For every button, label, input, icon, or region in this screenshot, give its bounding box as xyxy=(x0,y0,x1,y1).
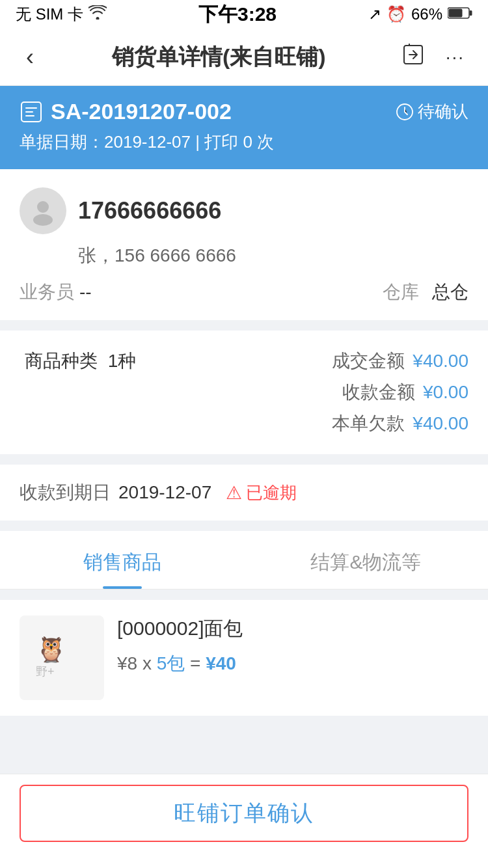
warehouse-item: 仓库 总仓 xyxy=(383,280,468,305)
battery-icon xyxy=(448,5,472,23)
status-bar: 无 SIM 卡 下午3:28 ↗ ⏰ 66% xyxy=(0,0,488,29)
svg-rect-1 xyxy=(448,9,462,18)
svg-rect-2 xyxy=(469,10,472,16)
customer-meta: 业务员 -- 仓库 总仓 xyxy=(20,280,468,305)
product-unit-price: ¥8 x xyxy=(117,653,157,673)
product-total: ¥40 xyxy=(206,653,236,673)
product-info: [0000002]面包 ¥8 x 5包 = ¥40 xyxy=(117,616,468,676)
summary-row: 商品种类 1种 成交金额 ¥40.00 收款金额 ¥0.00 本单欠款 ¥40.… xyxy=(20,349,468,436)
alarm-icon: ⏰ xyxy=(386,5,406,23)
tab-products[interactable]: 销售商品 xyxy=(0,531,244,589)
product-equals: = xyxy=(185,653,206,673)
svg-point-6 xyxy=(37,201,49,213)
payment-amount-label: 收款金额 xyxy=(342,380,415,405)
debt-amount-value: ¥40.00 xyxy=(413,413,468,434)
bottom-bar: 旺铺订单确认 xyxy=(0,774,488,868)
due-date: 2019-12-07 xyxy=(118,482,211,503)
debt-amount-label: 本单欠款 xyxy=(332,411,405,436)
debt-amount-row: 本单欠款 ¥40.00 xyxy=(332,411,468,436)
avatar xyxy=(20,187,66,234)
tab-settlement[interactable]: 结算&物流等 xyxy=(244,531,488,589)
due-section: 收款到期日 2019-12-07 ⚠ 已逾期 xyxy=(0,465,488,521)
product-kinds-row: 商品种类 1种 xyxy=(20,349,136,373)
deal-amount-row: 成交金额 ¥40.00 xyxy=(332,349,468,373)
sales-rep-value: -- xyxy=(79,282,92,303)
order-number: SA-20191207-002 xyxy=(20,99,232,124)
battery-text: 66% xyxy=(411,5,442,23)
svg-point-7 xyxy=(33,214,53,226)
confirm-button[interactable]: 旺铺订单确认 xyxy=(20,785,468,842)
nav-bar: ‹ 销货单详情(来自旺铺) ··· xyxy=(0,29,488,86)
status-left: 无 SIM 卡 xyxy=(16,4,107,25)
overdue-label: 已逾期 xyxy=(246,481,297,504)
back-button[interactable]: ‹ xyxy=(20,37,40,77)
customer-name: 张，156 6666 6666 xyxy=(20,243,468,268)
nav-actions: ··· xyxy=(398,39,468,75)
warning-icon: ⚠ xyxy=(226,482,242,504)
warehouse-value: 总仓 xyxy=(432,280,468,305)
order-header-card: SA-20191207-002 待确认 单据日期：2019-12-07 | 打印… xyxy=(0,86,488,169)
summary-section: 商品种类 1种 成交金额 ¥40.00 收款金额 ¥0.00 本单欠款 ¥40.… xyxy=(0,331,488,454)
product-thumbnail: 🦉 野+ xyxy=(20,616,104,700)
carrier-text: 无 SIM 卡 xyxy=(16,4,83,25)
product-code: [0000002] xyxy=(117,617,204,639)
page-title: 销货单详情(来自旺铺) xyxy=(40,42,398,72)
product-name: [0000002]面包 xyxy=(117,616,468,642)
order-status: 待确认 xyxy=(396,100,468,123)
deal-amount-value: ¥40.00 xyxy=(413,351,468,372)
payment-amount-value: ¥0.00 xyxy=(423,382,468,403)
export-icon[interactable] xyxy=(398,39,429,75)
svg-text:🦉: 🦉 xyxy=(36,635,67,664)
deal-amount-label: 成交金额 xyxy=(332,349,405,373)
product-item: 🦉 野+ [0000002]面包 ¥8 x 5包 = ¥40 xyxy=(0,600,488,716)
due-label: 收款到期日 xyxy=(20,480,111,505)
sales-rep-label: 业务员 xyxy=(20,280,74,305)
product-title: 面包 xyxy=(204,617,243,639)
product-kinds-value: 1种 xyxy=(108,351,137,371)
warehouse-label: 仓库 xyxy=(383,280,419,305)
product-kinds-label: 商品种类 xyxy=(25,351,98,371)
customer-section: 17666666666 张，156 6666 6666 业务员 -- 仓库 总仓 xyxy=(0,169,488,320)
svg-text:野+: 野+ xyxy=(36,665,55,678)
order-date: 单据日期：2019-12-07 | 打印 0 次 xyxy=(20,131,468,154)
sales-rep-item: 业务员 -- xyxy=(20,280,92,305)
tabs: 销售商品 结算&物流等 xyxy=(0,531,488,590)
payment-amount-row: 收款金额 ¥0.00 xyxy=(342,380,468,405)
product-qty: 5包 xyxy=(157,653,185,673)
status-time: 下午3:28 xyxy=(198,1,277,28)
status-right: ↗ ⏰ 66% xyxy=(368,5,472,23)
customer-row: 17666666666 xyxy=(20,187,468,234)
summary-right: 成交金额 ¥40.00 收款金额 ¥0.00 本单欠款 ¥40.00 xyxy=(332,349,468,436)
order-header-top: SA-20191207-002 待确认 xyxy=(20,99,468,124)
more-icon[interactable]: ··· xyxy=(442,43,468,72)
wifi-icon xyxy=(88,5,107,23)
overdue-badge: ⚠ 已逾期 xyxy=(226,481,297,504)
location-icon: ↗ xyxy=(368,5,381,23)
customer-phone: 17666666666 xyxy=(78,197,221,224)
product-price: ¥8 x 5包 = ¥40 xyxy=(117,651,468,676)
summary-left: 商品种类 1种 xyxy=(20,349,136,380)
